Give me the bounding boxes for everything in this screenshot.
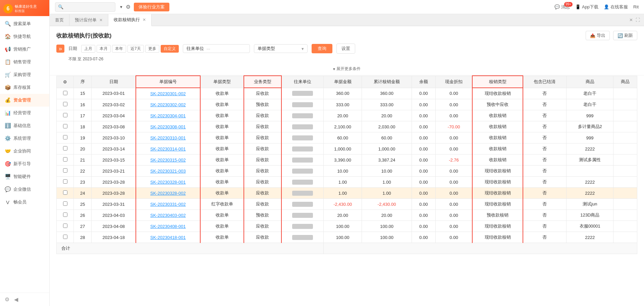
sidebar-item-finance[interactable]: 💰资金管理 [0,94,49,107]
cell-checkbox[interactable] [57,199,74,210]
partner-blurred: ██ [292,180,313,185]
doc-no-link[interactable]: SK-20230331-002 [150,202,186,207]
tab-pending-payment[interactable]: 预计应付单 ✕ [69,14,108,26]
cell-checkbox[interactable] [57,88,74,99]
cell-checkbox[interactable] [57,155,74,166]
refresh-button[interactable]: 🔄 刷新 [613,31,637,40]
doc-no-link[interactable]: SK-20230304-001 [150,113,186,118]
date-custom-btn[interactable]: 自定义 [161,45,179,53]
filter-row-2: 不限 至 2023-07-26 [56,56,637,62]
date-this-month-btn[interactable]: 本月 [97,45,111,53]
tab-home[interactable]: 首页 [50,14,69,26]
doc-no-link[interactable]: SK-20230314-001 [150,146,186,151]
sidebar-item-guide[interactable]: 🎯新手引导 [0,158,49,170]
cell-totaloffset: 1.00 [362,188,412,199]
filter-toggle-btn[interactable]: » [56,45,64,53]
date-this-year-btn[interactable]: 本年 [112,45,126,53]
doc-no-link[interactable]: SK-20230301-002 [150,91,186,96]
table-row: 15 2023-03-01 SK-20230301-002 收款单 应收款 ██… [57,88,637,99]
cell-includesettled: 否 [523,166,567,177]
gear-icon[interactable]: ⚙ [126,4,130,10]
date-last-month-btn[interactable]: 上月 [81,45,95,53]
cell-biztype: 应收款 [244,199,281,210]
basic-icon: ℹ️ [5,123,11,129]
sidebar-item-sales[interactable]: 📋销售管理 [0,56,49,68]
refresh-icon: 🔄 [618,33,623,38]
cell-checkbox[interactable] [57,188,74,199]
settings-bottom-icon[interactable]: ⚙ [5,296,9,303]
topbar-left: 🔍 ▾ ⚙ 体验行业方案 [55,2,549,12]
col-totaloffset-header: 累计核销金额 [362,76,412,88]
expand-conditions-bar[interactable]: ▾ 展开更多条件 [56,65,637,73]
user-name: Rit [633,4,639,9]
doc-no-link[interactable]: SK-20230310-001 [150,135,186,140]
doc-no-link[interactable]: SK-20230308-001 [150,124,186,129]
doc-no-link[interactable]: SK-20230403-002 [150,213,186,218]
sidebar-item-system[interactable]: ⚙️系统管理 [0,132,49,145]
tab-collection-close[interactable]: ✕ [143,17,146,22]
cell-checkbox[interactable] [57,143,74,155]
partner-blurred: ██ [292,224,313,229]
table-row: 16 2023-03-02 SK-20230302-002 收款单 预收款 ██… [57,99,637,110]
cell-includesettled: 否 [523,232,567,243]
sidebar-item-label: 快捷导航 [13,34,31,40]
cell-includesettled: 否 [523,199,567,210]
sidebar-item-hardware[interactable]: 🖥️智能硬件 [0,170,49,183]
cell-checkbox[interactable] [57,121,74,132]
sidebar-item-inventory[interactable]: 📦库存核算 [0,81,49,94]
topbar-search[interactable]: 🔍 [55,2,115,12]
doc-no-link[interactable]: SK-20230408-001 [150,224,186,229]
export-button[interactable]: 📤 导出 [586,31,610,40]
col-settings-header[interactable]: ⚙ [57,76,74,88]
date-7days-btn[interactable]: 近7天 [127,45,144,53]
partner-filter[interactable]: 往来单位 ··· [183,44,250,53]
message-btn[interactable]: 💬 消息 99+ [554,4,570,10]
cell-checkbox[interactable] [57,110,74,121]
doc-no-link[interactable]: SK-20230328-002 [150,191,186,196]
cell-checkbox[interactable] [57,232,74,243]
tabbar-close-icon[interactable]: ✕ [629,17,633,22]
query-button[interactable]: 查询 [312,44,332,53]
sidebar-item-search[interactable]: 🔍搜索菜单 [0,17,49,30]
topbar-dropdown[interactable]: ▾ [119,4,122,9]
cell-biztype: 应收款 [244,143,281,155]
cell-checkbox[interactable] [57,166,74,177]
sidebar-item-member[interactable]: V畅会员 [0,196,49,208]
doc-no-link[interactable]: SK-20230302-002 [150,102,186,107]
date-more-btn[interactable]: 更多 [145,45,159,53]
app-download-btn[interactable]: 📱 App下载 [575,4,598,10]
cell-checkbox[interactable] [57,221,74,232]
cell-amount: 3,390.00 [324,155,362,166]
settings-button[interactable]: 设置 [336,44,355,54]
tabbar-expand-icon[interactable]: ⛶ [636,17,640,22]
sidebar-item-operations[interactable]: 📊经营管理 [0,107,49,119]
sidebar-item-enterprise[interactable]: 🤝企业协同 [0,145,49,158]
sidebar-item-basic[interactable]: ℹ️基础信息 [0,119,49,132]
tab-collection-exec[interactable]: 收款核销执行 ✕ [108,14,152,26]
cell-checkbox[interactable] [57,132,74,143]
sidebar-item-marketing[interactable]: 📢营销推广 [0,43,49,56]
user-avatar[interactable]: Rit [633,4,639,9]
receipt-type-filter[interactable]: 单据类型 ▾ [254,44,308,53]
tab-pending-close[interactable]: ✕ [99,18,103,22]
doc-no-link[interactable]: SK-20230315-002 [150,158,186,163]
doc-no-link[interactable]: SK-20230418-001 [150,235,186,240]
cell-checkbox[interactable] [57,99,74,110]
doc-no-link[interactable]: SK-20230328-001 [150,180,186,185]
doc-no-link[interactable]: SK-20230321-003 [150,169,186,174]
cell-cashdiscount: 0.00 [435,199,472,210]
sidebar-item-wechat[interactable]: 💬企业微信 [0,183,49,196]
online-service-btn[interactable]: 👤 在线客服 [604,4,628,10]
cell-date: 2023-03-04 [92,110,136,121]
cell-index: 23 [74,177,92,188]
cell-checkbox[interactable] [57,210,74,221]
table-row: 27 2023-04-08 SK-20230408-001 收款单 应收款 ██… [57,221,637,232]
sidebar-item-quick-nav[interactable]: 🏠快捷导航 [0,30,49,43]
cell-checkbox[interactable] [57,177,74,188]
collapse-icon[interactable]: ◀ [14,296,18,303]
cell-product2 [613,88,637,99]
sidebar-item-purchase[interactable]: 🛒采购管理 [0,68,49,81]
solution-button[interactable]: 体验行业方案 [134,3,169,11]
filter-bar: » 日期 上月 本月 本年 近7天 更多 自定义 往来单位 ··· 单据类型 [50,40,644,75]
cell-docno: SK-20230403-002 [136,210,200,221]
